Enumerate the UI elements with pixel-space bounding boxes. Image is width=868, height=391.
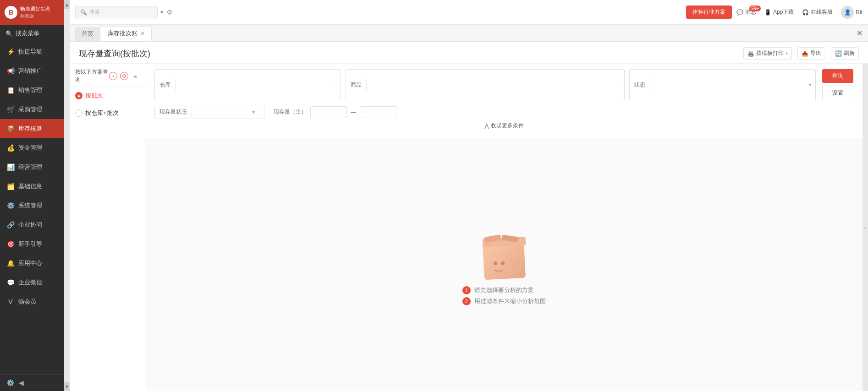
query-btn[interactable]: 查询 xyxy=(822,69,853,83)
footer-collapse-icon[interactable]: ◀ xyxy=(19,379,24,386)
scheme-item-by-warehouse-batch[interactable]: 按仓库+批次 xyxy=(70,104,145,122)
messages-icon: 💬 xyxy=(736,9,743,16)
stock-status-select[interactable]: ▾ xyxy=(192,106,264,118)
sidebar-item-marketing[interactable]: 📢 营销推广 xyxy=(0,61,64,81)
trial-btn[interactable]: 体验行业方案 xyxy=(686,5,732,19)
nav-label-marketing: 营销推广 xyxy=(18,67,42,75)
topbar-search-bar[interactable]: 🔍 搜索 xyxy=(75,6,158,18)
sidebar-item-finance[interactable]: 💰 资金管理 xyxy=(0,138,64,157)
sidebar-item-sales[interactable]: 📋 销售管理 xyxy=(0,81,64,100)
nav-icon-purchase: 🛒 xyxy=(6,105,15,114)
scroll-up-btn[interactable]: ▲ xyxy=(64,0,70,9)
messages-badge: 99+ xyxy=(749,5,761,11)
product-input[interactable]: ··· xyxy=(366,79,624,91)
scheme-collapse-btn[interactable]: « xyxy=(131,72,139,80)
print-template-btn[interactable]: 🖨️ 按模板打印 ▾ xyxy=(743,47,792,60)
phone-icon: 📱 xyxy=(764,9,771,16)
nav-icon-newbie: 🎯 xyxy=(6,240,15,248)
nav-icon-basic: 🗂️ xyxy=(6,182,15,190)
sidebar-item-inventory[interactable]: 📦 库存核算 xyxy=(0,119,64,138)
step1-text: 请先选择要分析的方案 xyxy=(474,286,534,294)
brand-logo: B xyxy=(5,6,17,19)
nav-label-finance: 资金管理 xyxy=(18,144,42,152)
sidebar-item-shortcut[interactable]: ⚡ 快捷导航 xyxy=(0,42,64,61)
box-dot-2 xyxy=(501,261,505,265)
box-body xyxy=(482,241,525,280)
print-dropdown-icon: ▾ xyxy=(786,51,788,56)
stock-qty-max[interactable] xyxy=(360,106,396,118)
scheme-settings-btn[interactable]: ⚙ xyxy=(120,72,128,80)
scheme-add-btn[interactable]: + xyxy=(109,72,117,80)
app-download-item[interactable]: 📱 App下载 xyxy=(764,8,794,16)
tab-panel-close-btn[interactable]: ✕ xyxy=(857,29,863,38)
footer-settings-icon[interactable]: ⚙️ xyxy=(6,379,14,386)
stock-qty-label: 现存量（主） xyxy=(274,108,307,116)
scheme-header-title: 按以下方案查询 xyxy=(75,68,109,84)
empty-step-2: 2 用过滤条件来缩小分析范围 xyxy=(462,297,546,305)
sidebar-item-basic[interactable]: 🗂️ 基础信息 xyxy=(0,177,64,196)
messages-item[interactable]: 💬 消息 99+ xyxy=(736,8,756,16)
search-menu[interactable]: 🔍 搜索菜单 xyxy=(0,25,64,42)
headset-icon: 🎧 xyxy=(802,9,809,16)
nav-label-appstore: 应用中心 xyxy=(18,259,42,267)
sidebar-item-wechat[interactable]: 💬 企业微信 xyxy=(0,273,64,292)
tab-close-inventory-batch[interactable]: ✕ xyxy=(140,30,145,37)
online-service-item[interactable]: 🎧 在线客服 xyxy=(802,8,833,16)
sidebar-item-purchase[interactable]: 🛒 采购管理 xyxy=(0,100,64,119)
sidebar-item-member[interactable]: V 畅会员 xyxy=(0,292,64,311)
status-label: 状态 xyxy=(630,78,650,92)
topbar-search-area: 🔍 搜索 ▾ ⚙ xyxy=(75,6,681,18)
topbar-right: 💬 消息 99+ 📱 App下载 🎧 在线客服 👤 Rit xyxy=(736,6,863,19)
warehouse-input[interactable]: ··· xyxy=(175,79,341,91)
box-mouth xyxy=(494,269,504,272)
user-name: Rit xyxy=(856,9,863,16)
nav-label-sales: 销售管理 xyxy=(18,86,42,94)
nav-label-purchase: 采购管理 xyxy=(18,105,42,114)
nav-icon-sales: 📋 xyxy=(6,86,15,94)
user-item[interactable]: 👤 Rit xyxy=(841,6,863,19)
settings-btn[interactable]: 设置 xyxy=(822,86,853,100)
sidebar-item-operations[interactable]: 📊 经营管理 xyxy=(0,157,64,177)
refresh-label: 刷新 xyxy=(844,49,855,57)
nav-icon-member: V xyxy=(6,298,15,306)
empty-steps: 1 请先选择要分析的方案 2 用过滤条件来缩小分析范围 xyxy=(462,286,546,305)
sidebar-item-system[interactable]: ⚙️ 系统管理 xyxy=(0,196,64,215)
step2-text: 用过滤条件来缩小分析范围 xyxy=(474,297,546,305)
sidebar-item-appstore[interactable]: 🔔 应用中心 xyxy=(0,254,64,273)
sidebar-item-enterprise[interactable]: 🔗 企业协同 xyxy=(0,215,64,234)
empty-illustration xyxy=(474,224,534,279)
topbar-search-icon: 🔍 xyxy=(80,9,87,16)
collapse-more-btn[interactable]: ⋀ 收起更多条件 xyxy=(154,119,853,132)
online-service-label: 在线客服 xyxy=(811,8,833,16)
nav-label-basic: 基础信息 xyxy=(18,182,42,190)
scheme-panel: 按以下方案查询 + ⚙ « ● xyxy=(70,64,145,391)
scheme-item-by-batch[interactable]: ● 按批次 xyxy=(70,87,145,104)
sidebar-item-newbie[interactable]: 🎯 新手引导 xyxy=(0,234,64,254)
brand-text: 畅康通好生意 标准版 xyxy=(20,5,50,19)
sidebar-header: B 畅康通好生意 标准版 xyxy=(0,0,64,25)
topbar-dropdown-icon[interactable]: ▾ xyxy=(160,9,164,16)
scheme-header-icons: + ⚙ « xyxy=(109,72,139,80)
nav-icon-finance: 💰 xyxy=(6,144,15,152)
collapse-label: 收起更多条件 xyxy=(491,122,524,130)
scroll-track xyxy=(64,9,70,382)
nav-label-wechat: 企业微信 xyxy=(18,278,42,287)
nav-icon-system: ⚙️ xyxy=(6,201,15,210)
nav-icon-shortcut: ⚡ xyxy=(6,48,15,56)
tab-home[interactable]: 首页 xyxy=(75,27,100,41)
nav-label-shortcut: 快捷导航 xyxy=(18,48,42,56)
nav-label-system: 系统管理 xyxy=(18,201,42,210)
topbar-settings-icon[interactable]: ⚙ xyxy=(166,8,172,16)
nav-icon-inventory: 📦 xyxy=(6,125,15,133)
refresh-btn[interactable]: 🔄 刷新 xyxy=(831,47,859,60)
export-btn[interactable]: 📤 导出 xyxy=(797,47,825,60)
tab-inventory-batch[interactable]: 库存批次账✕ xyxy=(101,26,152,41)
scroll-down-btn[interactable]: ▼ xyxy=(64,382,70,391)
scheme-dot-by-batch: ● xyxy=(75,92,82,99)
status-select[interactable]: ▾ xyxy=(650,79,815,91)
nav-label-enterprise: 企业协同 xyxy=(18,221,42,229)
right-collapse-btn[interactable]: › xyxy=(863,64,868,391)
main-area: 🔍 搜索 ▾ ⚙ 体验行业方案 💬 消息 99+ 📱 App下载 🎧 在线客服 xyxy=(70,0,868,391)
stock-qty-min[interactable] xyxy=(310,106,347,118)
topbar: 🔍 搜索 ▾ ⚙ 体验行业方案 💬 消息 99+ 📱 App下载 🎧 在线客服 xyxy=(70,0,868,25)
